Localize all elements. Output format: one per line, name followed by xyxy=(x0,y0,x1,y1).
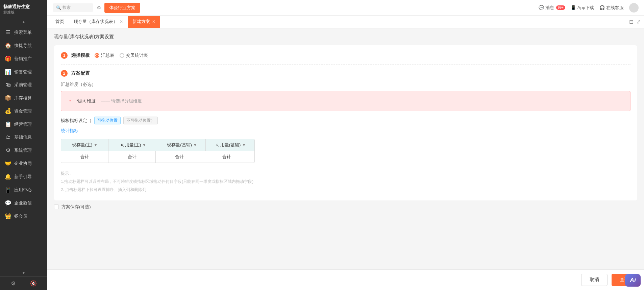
topbar: 🔍 搜索 ⚙ 体验行业方案 💬 消息 99+ 📱 App下载 🎧 在线客服 xyxy=(47,0,644,16)
sidebar-nav: ☰ 搜索菜单 🏠 快捷导航 🎁 营销推广 📊 销售管理 🛍 采购管理 📦 库存核… xyxy=(0,26,47,269)
tab-home[interactable]: 首页 xyxy=(51,16,69,28)
step1-header: 1 选择模板 汇总表 交叉统计表 xyxy=(61,52,630,59)
basic-info-icon: 🗂 xyxy=(5,134,11,140)
stats-table-header-row: 现存量(主) ▼ 可用量(主) ▼ 现存量(基辅) ▼ 可用量(基辅) xyxy=(61,139,254,151)
app-download-item[interactable]: 📱 App下载 xyxy=(571,5,594,11)
col-header-1[interactable]: 可用量(主) ▼ xyxy=(110,139,157,151)
content-area: 现存量(库存状况表)方案设置 1 选择模板 汇总表 交叉统计表 xyxy=(47,28,644,269)
vip-icon: 👑 xyxy=(5,213,11,219)
tip-1: 1.拖动标题栏可以调整布局，不可跨维度或指标区域拖动任何目字段(只能在同一维度或… xyxy=(61,177,630,186)
save-label: 方案保存(可选) xyxy=(61,204,91,210)
sidebar-scroll-up[interactable]: ▲ xyxy=(0,18,47,26)
stats-table: 现存量(主) ▼ 可用量(主) ▼ 现存量(基辅) ▼ 可用量(基辅) xyxy=(61,139,255,163)
col-body-2: 合计 xyxy=(156,151,203,163)
tabs-right: ⊟ ⤢ xyxy=(629,19,641,25)
app-icon: 📱 xyxy=(571,5,576,10)
volume-icon[interactable]: 🔇 xyxy=(30,280,37,287)
wechat-icon: 💬 xyxy=(5,200,11,206)
topbar-left: 🔍 搜索 ⚙ 体验行业方案 xyxy=(53,3,140,13)
indicator-settings: 模板指标设定（ 可拖动位置 不可拖动位置） 统计指标 现存量(主) ▼ 可用量(… xyxy=(61,117,630,164)
radio-summary[interactable]: 汇总表 xyxy=(95,52,114,58)
chevron-icon-0: ▼ xyxy=(94,143,97,147)
gear-icon[interactable]: ⚙ xyxy=(97,5,101,11)
sidebar-item-app-center[interactable]: 📱 应用中心 xyxy=(0,183,47,196)
vertical-dim-placeholder[interactable]: —— 请选择分组维度 xyxy=(101,98,142,104)
avatar[interactable] xyxy=(629,3,639,13)
headset-icon: 🎧 xyxy=(599,5,605,10)
sidebar-item-inventory[interactable]: 📦 库存核算 xyxy=(0,91,47,104)
radio-cross[interactable]: 交叉统计表 xyxy=(120,52,148,58)
enterprise-icon: 🤝 xyxy=(5,160,11,167)
tab-new-scheme[interactable]: 新建方案 ✕ xyxy=(128,16,160,28)
ai-button[interactable]: Ai xyxy=(625,274,641,287)
tag-nondraggable: 不可拖动位置） xyxy=(123,117,158,124)
sidebar-item-purchase[interactable]: 🛍 采购管理 xyxy=(0,78,47,91)
tips-title: 提示： xyxy=(61,169,630,177)
minimize-icon[interactable]: ⊟ xyxy=(629,19,634,25)
chevron-icon-3: ▼ xyxy=(242,143,246,147)
message-badge: 99+ xyxy=(556,5,565,10)
guide-icon: 🔔 xyxy=(5,173,11,180)
main-area: 🔍 搜索 ⚙ 体验行业方案 💬 消息 99+ 📱 App下载 🎧 在线客服 xyxy=(47,0,644,290)
chevron-icon-1: ▼ xyxy=(142,143,146,147)
close-tab1-icon[interactable]: ✕ xyxy=(120,19,123,24)
col-body-0: 合计 xyxy=(61,151,108,163)
stats-section-title: 统计指标 xyxy=(61,128,630,136)
finance-icon: 💰 xyxy=(5,108,11,114)
col-header-0[interactable]: 现存量(主) ▼ xyxy=(61,139,108,151)
sidebar-item-search-menu[interactable]: ☰ 搜索菜单 xyxy=(0,26,47,39)
sidebar-item-guide[interactable]: 🔔 新手引导 xyxy=(0,170,47,183)
sidebar-item-system[interactable]: ⚙ 系统管理 xyxy=(0,144,47,157)
industry-btn[interactable]: 体验行业方案 xyxy=(104,3,140,13)
sidebar-item-finance[interactable]: 💰 资金管理 xyxy=(0,104,47,118)
sidebar-item-operations[interactable]: 📋 经营管理 xyxy=(0,118,47,131)
sidebar-item-basic-info[interactable]: 🗂 基础信息 xyxy=(0,131,47,144)
save-checkbox[interactable] xyxy=(54,204,59,209)
sidebar-item-wechat[interactable]: 💬 企业微信 xyxy=(0,196,47,210)
message-icon: 💬 xyxy=(539,5,544,10)
step1-label: 选择模板 xyxy=(71,52,90,58)
footer-bar: 取消 查询 xyxy=(47,269,644,290)
system-icon: ⚙ xyxy=(5,147,11,153)
message-item[interactable]: 💬 消息 99+ xyxy=(539,5,565,11)
radio-dot-cross xyxy=(120,53,124,58)
divider1 xyxy=(61,64,630,65)
step1-badge: 1 xyxy=(61,52,68,59)
sidebar-item-quick-nav[interactable]: 🏠 快捷导航 xyxy=(0,39,47,52)
settings-icon[interactable]: ⚙ xyxy=(11,280,16,287)
search-bar[interactable]: 🔍 搜索 xyxy=(53,3,93,12)
topbar-right: 💬 消息 99+ 📱 App下载 🎧 在线客服 xyxy=(539,3,639,13)
sidebar-logo: 畅康通好生意 标准版 xyxy=(0,0,47,18)
tip-2: 2. 点击标题栏下拉可设置排序、插入列和删除列 xyxy=(61,186,630,194)
indicator-settings-label: 模板指标设定（ 可拖动位置 不可拖动位置） xyxy=(61,117,630,124)
online-service-item[interactable]: 🎧 在线客服 xyxy=(599,5,624,11)
save-row: 方案保存(可选) xyxy=(54,200,637,213)
sidebar-bottom: ⚙ 🔇 xyxy=(0,276,47,290)
sidebar-item-enterprise[interactable]: 🤝 企业协同 xyxy=(0,157,47,170)
tab-inventory[interactable]: 现存量（库存状况表） ✕ xyxy=(69,16,128,28)
sidebar-item-marketing[interactable]: 🎁 营销推广 xyxy=(0,52,47,65)
sidebar-scroll-down[interactable]: ▼ xyxy=(0,269,47,276)
col-body-3: 合计 xyxy=(203,151,250,163)
search-icon: 🔍 xyxy=(56,5,61,10)
col-header-3[interactable]: 可用量(基辅) ▼ xyxy=(207,139,254,151)
tag-draggable: 可拖动位置 xyxy=(94,117,121,124)
expand-icon[interactable]: ⤢ xyxy=(636,19,641,25)
sales-icon: 📊 xyxy=(5,69,11,75)
step2-badge: 2 xyxy=(61,70,68,77)
cancel-button[interactable]: 取消 xyxy=(581,274,608,286)
vertical-dim-box: * *纵向维度 —— 请选择分组维度 xyxy=(61,91,630,111)
page-title: 现存量(库存状况表)方案设置 xyxy=(54,34,637,40)
quick-nav-icon: 🏠 xyxy=(5,42,11,49)
sidebar-item-sales[interactable]: 📊 销售管理 xyxy=(0,65,47,78)
inventory-icon: 📦 xyxy=(5,95,11,101)
settings-card: 1 选择模板 汇总表 交叉统计表 2 方案配置 xyxy=(54,45,637,200)
required-star: * xyxy=(69,99,71,104)
close-tab2-icon[interactable]: ✕ xyxy=(152,19,155,24)
vertical-dim-text: *纵向维度 xyxy=(76,98,96,104)
sidebar: 畅康通好生意 标准版 ▲ ☰ 搜索菜单 🏠 快捷导航 🎁 营销推广 📊 销售管理… xyxy=(0,0,47,290)
col-header-2[interactable]: 现存量(基辅) ▼ xyxy=(158,139,206,151)
sidebar-item-vip[interactable]: 👑 畅会员 xyxy=(0,210,47,223)
radio-dot-summary xyxy=(95,53,99,58)
marketing-icon: 🎁 xyxy=(5,55,11,62)
